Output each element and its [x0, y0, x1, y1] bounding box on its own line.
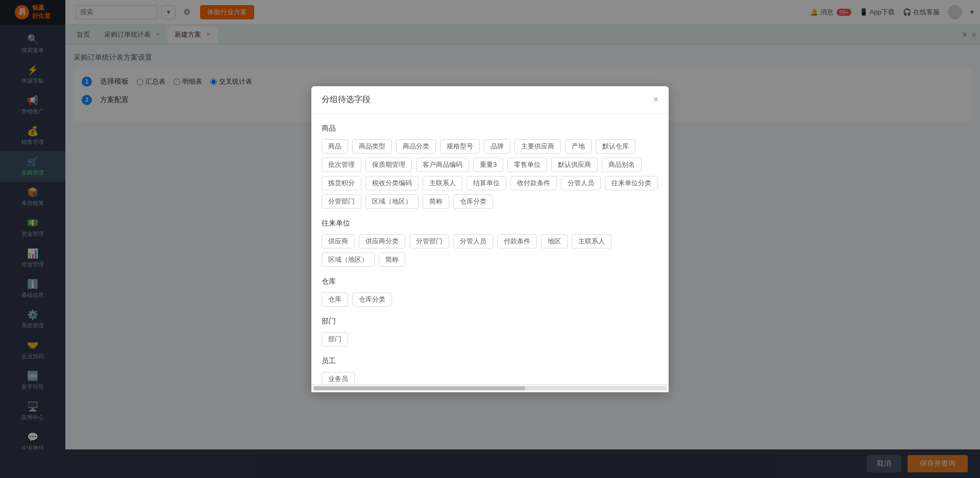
tag-goods-12[interactable]: 零售单位 [507, 158, 547, 172]
tag-goods-17[interactable]: 主联系人 [423, 176, 462, 190]
tag-department-0[interactable]: 部门 [322, 332, 348, 346]
tag-partner-4[interactable]: 付款条件 [497, 234, 537, 248]
tag-warehouse-0[interactable]: 仓库 [322, 292, 348, 307]
tag-goods-0[interactable]: 商品 [322, 139, 348, 154]
tag-grid-department: 部门 [322, 332, 658, 346]
section-title-department: 部门 [322, 317, 658, 326]
tag-goods-21[interactable]: 往来单位分类 [605, 176, 658, 190]
modal-title: 分组待选字段 [322, 94, 371, 105]
tag-goods-25[interactable]: 仓库分类 [453, 194, 493, 209]
tag-goods-22[interactable]: 分管部门 [322, 194, 361, 209]
tag-grid-partner: 供应商供应商分类分管部门分管人员付款条件地区主联系人区域（地区）简称 [322, 234, 658, 267]
tag-goods-11[interactable]: 重量3 [473, 158, 503, 172]
tag-grid-employee: 业务员 [322, 372, 658, 384]
section-title-partner: 往来单位 [322, 219, 658, 228]
tag-goods-4[interactable]: 品牌 [484, 139, 510, 154]
tag-partner-2[interactable]: 分管部门 [409, 234, 449, 248]
tag-partner-0[interactable]: 供应商 [322, 234, 355, 248]
modal-overlay: 分组待选字段 × 商品商品商品类型商品分类规格型号品牌主要供应商产地默认仓库批次… [0, 0, 980, 478]
modal-section-department: 部门部门 [322, 317, 658, 346]
modal-header: 分组待选字段 × [311, 86, 669, 114]
tag-goods-2[interactable]: 商品分类 [396, 139, 436, 154]
modal-close-button[interactable]: × [653, 94, 658, 105]
tag-partner-3[interactable]: 分管人员 [453, 234, 493, 248]
tag-warehouse-1[interactable]: 仓库分类 [352, 292, 392, 307]
section-title-employee: 员工 [322, 357, 658, 366]
tag-partner-1[interactable]: 供应商分类 [359, 234, 405, 248]
tag-partner-5[interactable]: 地区 [541, 234, 568, 248]
tag-goods-5[interactable]: 主要供应商 [514, 139, 561, 154]
modal: 分组待选字段 × 商品商品商品类型商品分类规格型号品牌主要供应商产地默认仓库批次… [311, 86, 669, 392]
horizontal-scrollbar[interactable] [313, 386, 667, 390]
tag-goods-3[interactable]: 规格型号 [440, 139, 480, 154]
tag-grid-warehouse: 仓库仓库分类 [322, 292, 658, 307]
section-title-goods: 商品 [322, 124, 658, 133]
modal-section-employee: 员工业务员 [322, 357, 658, 384]
modal-scroll-bar [311, 384, 669, 392]
tag-goods-18[interactable]: 结算单位 [467, 176, 506, 190]
tag-partner-8[interactable]: 简称 [379, 253, 405, 267]
modal-section-goods: 商品商品商品类型商品分类规格型号品牌主要供应商产地默认仓库批次管理保质期管理客户… [322, 124, 658, 209]
tag-goods-8[interactable]: 批次管理 [322, 158, 361, 172]
tag-goods-15[interactable]: 拣货积分 [322, 176, 361, 190]
tag-partner-6[interactable]: 主联系人 [572, 234, 611, 248]
tag-goods-13[interactable]: 默认供应商 [551, 158, 598, 172]
tag-goods-7[interactable]: 默认仓库 [596, 139, 635, 154]
tag-goods-6[interactable]: 产地 [565, 139, 592, 154]
tag-grid-goods: 商品商品类型商品分类规格型号品牌主要供应商产地默认仓库批次管理保质期管理客户商品… [322, 139, 658, 209]
scrollbar-thumb [313, 386, 525, 390]
tag-goods-23[interactable]: 区域（地区） [365, 194, 419, 209]
tag-goods-10[interactable]: 客户商品编码 [416, 158, 469, 172]
tag-goods-20[interactable]: 分管人员 [561, 176, 601, 190]
tag-goods-16[interactable]: 税收分类编码 [365, 176, 419, 190]
tag-goods-14[interactable]: 商品别名 [602, 158, 642, 172]
modal-section-warehouse: 仓库仓库仓库分类 [322, 277, 658, 307]
tag-goods-24[interactable]: 简称 [423, 194, 449, 209]
tag-employee-0[interactable]: 业务员 [322, 372, 355, 384]
modal-section-partner: 往来单位供应商供应商分类分管部门分管人员付款条件地区主联系人区域（地区）简称 [322, 219, 658, 267]
tag-partner-7[interactable]: 区域（地区） [322, 253, 375, 267]
modal-body[interactable]: 商品商品商品类型商品分类规格型号品牌主要供应商产地默认仓库批次管理保质期管理客户… [311, 114, 669, 384]
section-title-warehouse: 仓库 [322, 277, 658, 286]
tag-goods-19[interactable]: 收付款条件 [510, 176, 557, 190]
tag-goods-1[interactable]: 商品类型 [352, 139, 392, 154]
tag-goods-9[interactable]: 保质期管理 [365, 158, 412, 172]
